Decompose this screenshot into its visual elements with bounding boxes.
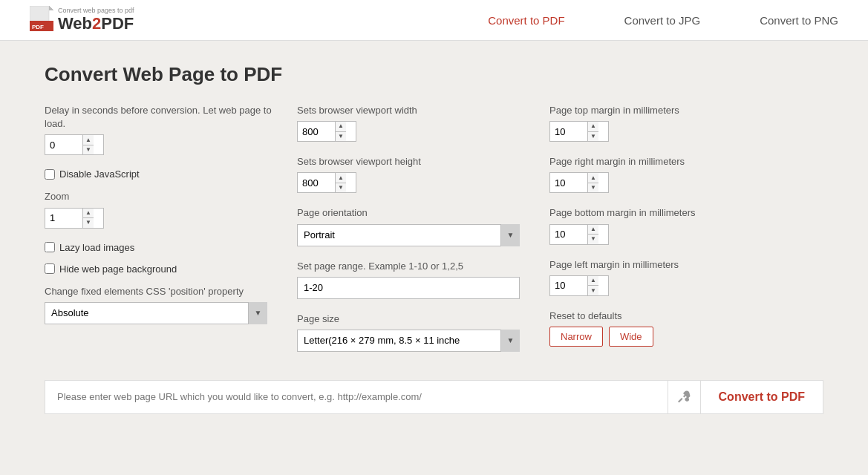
delay-spin-down[interactable]: ▼	[83, 145, 94, 155]
pdf-icon: PDF	[30, 6, 53, 34]
zoom-spin-down[interactable]: ▼	[83, 218, 94, 228]
viewport-width-input[interactable]	[298, 125, 335, 139]
viewport-width-group: Sets browser viewport width ▲ ▼	[297, 104, 535, 142]
left-margin-group: Page left margin in millimeters ▲ ▼	[549, 258, 787, 296]
bottom-margin-wrap: ▲ ▼	[549, 224, 609, 245]
lazy-load-label[interactable]: Lazy load images	[59, 242, 134, 253]
orientation-select-wrap: Portrait Landscape ▼	[297, 224, 520, 246]
left-margin-label: Page left margin in millimeters	[549, 258, 787, 272]
css-position-select-wrap: Absolute Relative Static Fixed ▼	[45, 302, 267, 324]
top-margin-wrap: ▲ ▼	[549, 121, 609, 142]
left-margin-spin-down[interactable]: ▼	[588, 286, 598, 295]
orientation-select[interactable]: Portrait Landscape	[297, 224, 520, 246]
bottom-margin-input[interactable]	[550, 227, 587, 241]
disable-js-checkbox[interactable]	[45, 169, 55, 180]
top-margin-group: Page top margin in millimeters ▲ ▼	[549, 104, 787, 142]
css-position-field-group: Change fixed elements CSS 'position' pro…	[45, 285, 282, 324]
delay-label: Delay in seconds before conversion. Let …	[45, 104, 282, 131]
top-margin-spin-down[interactable]: ▼	[588, 132, 598, 142]
right-margin-input[interactable]	[550, 176, 587, 190]
zoom-input[interactable]	[45, 211, 82, 225]
logo-tagline: Convert web pages to pdf	[58, 7, 134, 14]
viewport-width-spin: ▲ ▼	[335, 122, 346, 141]
page-size-label: Page size	[297, 312, 535, 326]
delay-spin-up[interactable]: ▲	[83, 135, 94, 145]
delay-spin-buttons: ▲ ▼	[82, 135, 94, 154]
delay-input-wrap: ▲ ▼	[45, 134, 104, 155]
right-margin-group: Page right margin in millimeters ▲ ▼	[549, 155, 787, 193]
zoom-spin-up[interactable]: ▲	[83, 209, 94, 219]
page-size-group: Page size Letter(216 × 279 mm, 8.5 × 11 …	[297, 312, 535, 352]
bottom-margin-group: Page bottom margin in millimeters ▲ ▼	[549, 206, 787, 244]
top-margin-spin-up[interactable]: ▲	[588, 122, 598, 132]
bottom-margin-spin-down[interactable]: ▼	[588, 235, 598, 244]
viewport-height-spin-down[interactable]: ▼	[336, 183, 346, 193]
lazy-load-checkbox[interactable]	[45, 242, 55, 252]
page-size-select-wrap: Letter(216 × 279 mm, 8.5 × 11 inche A4(2…	[297, 330, 520, 352]
nav-convert-jpg[interactable]: Convert to JPG	[624, 14, 701, 27]
left-margin-spin: ▲ ▼	[587, 276, 598, 295]
top-margin-input[interactable]	[550, 125, 587, 139]
viewport-height-wrap: ▲ ▼	[297, 172, 356, 193]
viewport-height-label: Sets browser viewport height	[297, 155, 535, 168]
viewport-height-group: Sets browser viewport height ▲ ▼	[297, 155, 535, 193]
zoom-input-wrap: ▲ ▼	[45, 208, 104, 229]
viewport-width-spin-down[interactable]: ▼	[336, 132, 346, 142]
nav-convert-pdf[interactable]: Convert to PDF	[488, 14, 564, 27]
hide-bg-row: Hide web page background	[45, 263, 282, 275]
disable-js-row: Disable JavaScript	[45, 168, 282, 180]
zoom-spin-buttons: ▲ ▼	[82, 209, 94, 228]
right-margin-label: Page right margin in millimeters	[549, 155, 787, 168]
viewport-height-spin: ▲ ▼	[335, 173, 346, 192]
wide-button[interactable]: Wide	[609, 327, 653, 347]
bottom-margin-label: Page bottom margin in millimeters	[549, 206, 787, 220]
page-title: Convert Web Page to PDF	[45, 63, 823, 86]
convert-pdf-button[interactable]: Convert to PDF	[700, 381, 823, 413]
zoom-label: Zoom	[45, 190, 282, 203]
logo-text: Convert web pages to pdf Web2PDF	[58, 7, 134, 33]
right-margin-spin-up[interactable]: ▲	[588, 173, 598, 183]
hide-bg-label[interactable]: Hide web page background	[59, 263, 177, 275]
left-margin-input[interactable]	[550, 278, 587, 292]
page-size-select[interactable]: Letter(216 × 279 mm, 8.5 × 11 inche A4(2…	[297, 330, 520, 352]
url-input[interactable]	[45, 381, 668, 413]
logo-2: 2	[92, 14, 101, 33]
top-margin-spin: ▲ ▼	[587, 122, 598, 141]
narrow-button[interactable]: Narrow	[549, 327, 603, 347]
zoom-field-group: Zoom ▲ ▼	[45, 190, 282, 228]
disable-js-label[interactable]: Disable JavaScript	[59, 168, 140, 180]
viewport-width-spin-up[interactable]: ▲	[336, 122, 346, 132]
viewport-width-label: Sets browser viewport width	[297, 104, 535, 117]
viewport-height-input[interactable]	[298, 176, 335, 190]
right-margin-spin-down[interactable]: ▼	[588, 183, 598, 193]
column-1: Delay in seconds before conversion. Let …	[45, 104, 297, 338]
logo-main-text: Web2PDF	[58, 14, 134, 33]
options-grid: Delay in seconds before conversion. Let …	[45, 104, 823, 365]
url-bar: Convert to PDF	[45, 380, 823, 414]
delay-field-group: Delay in seconds before conversion. Let …	[45, 104, 282, 155]
logo-area: PDF Convert web pages to pdf Web2PDF	[30, 6, 134, 34]
page-range-label: Set page range. Example 1-10 or 1,2,5	[297, 260, 535, 273]
css-position-select[interactable]: Absolute Relative Static Fixed	[45, 302, 267, 324]
viewport-height-spin-up[interactable]: ▲	[336, 173, 346, 183]
delay-input[interactable]	[45, 138, 82, 152]
right-margin-spin: ▲ ▼	[587, 173, 598, 192]
column-3: Page top margin in millimeters ▲ ▼ Page …	[549, 104, 802, 360]
left-margin-wrap: ▲ ▼	[549, 275, 609, 296]
reset-buttons: Narrow Wide	[549, 327, 787, 347]
main-content: Convert Web Page to PDF Delay in seconds…	[0, 41, 868, 429]
logo-pdf: PDF	[101, 14, 134, 33]
reset-group: Reset to defaults Narrow Wide	[549, 309, 787, 347]
bottom-margin-spin-up[interactable]: ▲	[588, 225, 598, 235]
left-margin-spin-up[interactable]: ▲	[588, 276, 598, 286]
bottom-margin-spin: ▲ ▼	[587, 225, 598, 244]
hide-bg-checkbox[interactable]	[45, 263, 55, 274]
svg-text:PDF: PDF	[32, 24, 44, 30]
nav-convert-png[interactable]: Convert to PNG	[760, 14, 838, 27]
viewport-width-wrap: ▲ ▼	[297, 121, 356, 142]
lazy-load-row: Lazy load images	[45, 242, 282, 253]
settings-icon	[668, 381, 700, 413]
page-range-input[interactable]	[297, 277, 520, 299]
logo-web: Web	[58, 14, 92, 33]
top-margin-label: Page top margin in millimeters	[549, 104, 787, 117]
